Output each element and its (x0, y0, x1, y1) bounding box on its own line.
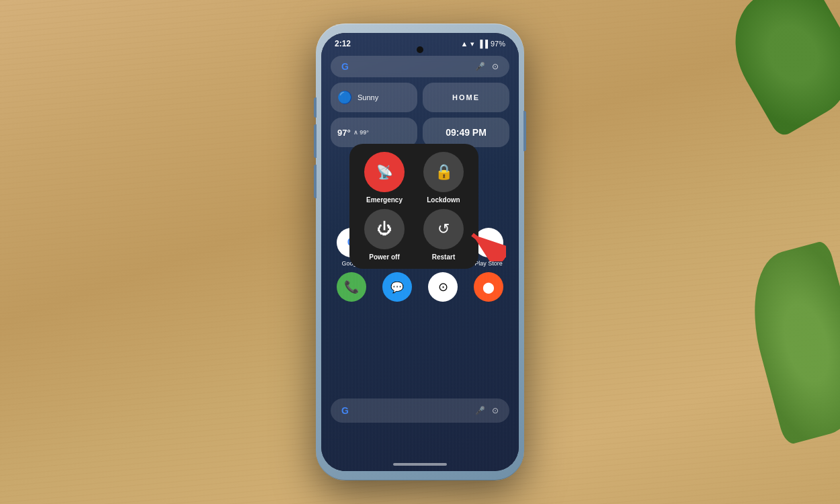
signal-bars-icon: ▐▐ (477, 40, 488, 48)
lockdown-button[interactable]: 🔒 Lockdown (417, 152, 470, 204)
phone-icon: 📞 (344, 280, 359, 294)
bottom-search-bar[interactable]: G 🎤 ⊙ (331, 398, 509, 423)
emergency-icon: 📡 (376, 164, 393, 180)
home-widget[interactable]: HOME (423, 83, 509, 112)
phone-screen: 2:12 ▲ ▾ ▐▐ 97% G 🎤 ⊙ (321, 33, 519, 471)
power-off-button[interactable]: ⏻ Power off (358, 209, 411, 261)
chrome-icon: ⊙ (438, 280, 448, 294)
bottom-search-icons: 🎤 ⊙ (475, 406, 499, 415)
emergency-button[interactable]: 📡 Emergency (358, 152, 411, 204)
volume-down-button[interactable] (314, 165, 317, 198)
top-search-bar[interactable]: G 🎤 ⊙ (331, 56, 509, 77)
weather-icon: 🔵 (337, 90, 352, 105)
battery-text: 97% (491, 40, 505, 48)
chrome-app-icon: ⊙ (428, 272, 458, 302)
restart-button[interactable]: ↺ Restart (417, 209, 470, 261)
weather-label: Sunny (358, 93, 378, 101)
power-menu: 📡 Emergency 🔒 Lockdown (349, 144, 478, 269)
bottom-google-g: G (341, 405, 349, 416)
restart-icon-circle: ↺ (423, 209, 464, 249)
phone-device: 2:12 ▲ ▾ ▐▐ 97% G 🎤 ⊙ (316, 24, 524, 480)
bottom-lens-icon[interactable]: ⊙ (492, 406, 499, 415)
widgets-row-2: 97° ∧ 99° 09:49 PM (321, 118, 519, 147)
power-off-label: Power off (369, 253, 400, 261)
google-g-icon: G (341, 61, 349, 72)
emergency-icon-circle: 📡 (364, 152, 405, 192)
mute-button[interactable] (314, 97, 317, 118)
camera-icon: ⬤ (482, 281, 495, 294)
chrome-app[interactable]: ⊙ (422, 272, 464, 302)
search-right-icons: 🎤 ⊙ (475, 62, 499, 71)
camera-app-icon: ⬤ (474, 272, 503, 302)
temperature-widget[interactable]: 97° ∧ 99° (331, 118, 417, 147)
messages-app-icon: 💬 (382, 272, 412, 302)
lockdown-label: Lockdown (427, 196, 460, 204)
restart-label: Restart (432, 253, 455, 261)
restart-icon: ↺ (437, 220, 450, 238)
bottom-mic-icon[interactable]: 🎤 (475, 406, 485, 415)
power-off-icon: ⏻ (377, 220, 392, 238)
status-bar: 2:12 ▲ ▾ ▐▐ 97% (321, 33, 519, 52)
phone-app-icon: 📞 (337, 272, 366, 302)
lockdown-icon: 🔒 (435, 163, 453, 181)
power-off-icon-circle: ⏻ (364, 209, 405, 249)
camera-cutout (417, 46, 423, 53)
mic-icon[interactable]: 🎤 (475, 62, 485, 71)
weather-widget[interactable]: 🔵 Sunny (331, 83, 417, 112)
home-indicator[interactable] (393, 463, 447, 466)
clock-value: 09:49 PM (446, 127, 487, 138)
power-menu-grid: 📡 Emergency 🔒 Lockdown (358, 152, 470, 261)
playstore-app-label: Play Store (474, 260, 503, 267)
volume-up-button[interactable] (314, 124, 317, 158)
screen-content: 2:12 ▲ ▾ ▐▐ 97% G 🎤 ⊙ (321, 33, 519, 471)
camera-app[interactable]: ⬤ (468, 272, 509, 302)
home-label: HOME (452, 93, 480, 101)
widgets-row-1: 🔵 Sunny HOME (321, 83, 519, 112)
signal-icon: ▲ (460, 40, 468, 48)
temp-high: ∧ 99° (353, 129, 369, 136)
emergency-label: Emergency (366, 196, 403, 204)
playstore-icon: ▶ (485, 237, 493, 249)
messages-icon: 💬 (390, 281, 404, 294)
lens-icon[interactable]: ⊙ (492, 62, 499, 71)
wifi-icon: ▾ (470, 40, 474, 48)
messages-app[interactable]: 💬 (376, 272, 418, 302)
clock-widget[interactable]: 09:49 PM (423, 118, 509, 147)
power-button[interactable] (523, 111, 526, 151)
status-icons: ▲ ▾ ▐▐ 97% (460, 40, 505, 48)
phone-app[interactable]: 📞 (331, 272, 372, 302)
status-time: 2:12 (335, 39, 351, 48)
lockdown-icon-circle: 🔒 (423, 152, 464, 192)
phone-body: 2:12 ▲ ▾ ▐▐ 97% G 🎤 ⊙ (316, 24, 524, 480)
temp-value: 97° (337, 128, 351, 138)
apps-row-2: 📞 💬 ⊙ ⬤ (321, 272, 519, 302)
